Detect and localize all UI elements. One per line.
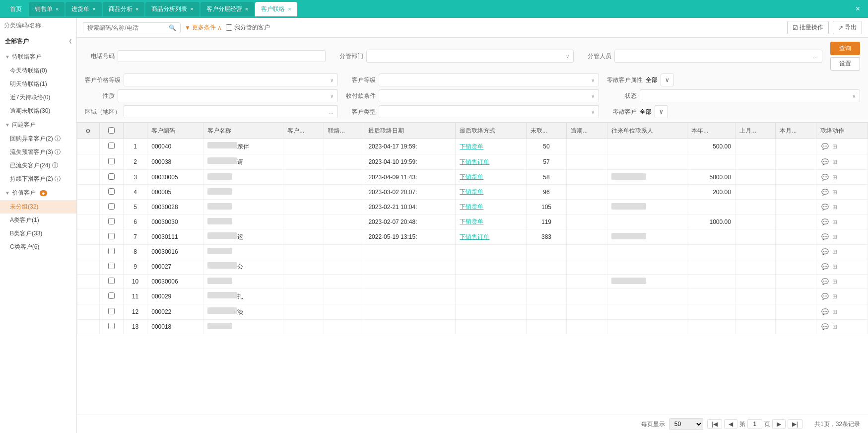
close-purchase-icon[interactable]: × <box>92 6 95 12</box>
last-method-link[interactable]: 下销货单 <box>460 143 483 150</box>
chat-icon[interactable]: 💬 <box>821 323 829 330</box>
chat-icon[interactable]: 💬 <box>821 278 829 285</box>
close-customer-segment-icon[interactable]: × <box>245 6 248 12</box>
th-contact[interactable]: 联络... <box>324 123 364 139</box>
row-checkbox[interactable] <box>108 173 115 180</box>
adv-customer-type-select[interactable]: ∨ <box>379 105 599 118</box>
grid-icon[interactable]: ⊞ <box>832 158 837 165</box>
nav-customer-segment[interactable]: 客户分层经营 × <box>200 2 254 16</box>
sidebar-item-abnormal[interactable]: 回购异常客户(2) ⓘ <box>0 132 76 145</box>
grid-icon[interactable]: ⊞ <box>832 233 837 240</box>
adv-phone-input[interactable] <box>118 50 326 62</box>
chat-icon[interactable]: 💬 <box>821 293 829 300</box>
row-checkbox[interactable] <box>108 158 115 164</box>
row-checkbox[interactable] <box>108 248 115 254</box>
next-page-button[interactable]: ▶ <box>772 419 786 429</box>
last-method-link[interactable]: 下销售订单 <box>460 158 489 165</box>
adv-retail-customer-select[interactable]: ∨ <box>655 105 668 118</box>
close-customer-contact-icon[interactable]: × <box>288 6 291 12</box>
page-input[interactable] <box>747 419 762 429</box>
adv-dept-select[interactable]: ∨ <box>366 50 574 63</box>
adv-gender-select[interactable]: ∨ <box>118 89 338 102</box>
th-name[interactable]: 客户名称 <box>203 123 283 139</box>
th-type[interactable]: 客户... <box>283 123 324 139</box>
nav-product[interactable]: 商品分析 × <box>103 2 144 16</box>
sidebar-item-tomorrow[interactable]: 明天待联络(1) <box>0 77 76 91</box>
grid-icon[interactable]: ⊞ <box>832 248 837 255</box>
sidebar-item-warning[interactable]: 流失预警客户(3) ⓘ <box>0 145 76 159</box>
th-overdue[interactable]: 逾期... <box>567 123 607 139</box>
adv-price-grade-select[interactable]: ∨ <box>124 73 338 86</box>
sidebar-item-ungraded[interactable]: 未分组(32) <box>0 200 76 214</box>
nav-sales[interactable]: 销售单 × <box>29 2 65 16</box>
adv-retail-attr-select[interactable]: ∨ <box>661 73 674 86</box>
grid-icon[interactable]: ⊞ <box>832 263 837 270</box>
sidebar-item-today[interactable]: 今天待联络(0) <box>0 64 76 77</box>
filter-search-input[interactable] <box>87 24 167 31</box>
nav-customer-contact[interactable]: 客户联络 × <box>255 2 297 16</box>
row-checkbox[interactable] <box>108 233 115 239</box>
nav-home[interactable]: 首页 <box>4 2 28 16</box>
nav-purchase[interactable]: 进货单 × <box>66 2 101 16</box>
filter-search-icon[interactable]: 🔍 <box>169 24 176 31</box>
chat-icon[interactable]: 💬 <box>821 174 829 181</box>
query-button[interactable]: 查询 <box>830 42 860 55</box>
sidebar-search-input[interactable] <box>4 22 77 29</box>
my-customers-checkbox[interactable] <box>226 24 232 31</box>
grid-icon[interactable]: ⊞ <box>832 189 837 196</box>
row-checkbox[interactable] <box>108 188 115 195</box>
last-method-link[interactable]: 下销货单 <box>460 218 483 225</box>
adv-pay-term-select[interactable]: ∨ <box>379 89 599 102</box>
last-method-link[interactable]: 下销货单 <box>460 203 483 210</box>
th-last-date[interactable]: 最后联络日期 <box>364 123 456 139</box>
adv-personnel-select[interactable]: … <box>614 50 822 63</box>
filter-more-button[interactable]: ▼ 更多条件 ∧ <box>185 23 222 32</box>
chat-icon[interactable]: 💬 <box>821 143 829 150</box>
row-checkbox[interactable] <box>108 323 115 329</box>
th-this-year[interactable]: 本年... <box>687 123 735 139</box>
chat-icon[interactable]: 💬 <box>821 263 829 270</box>
th-last-month[interactable]: 上月... <box>735 123 776 139</box>
th-associate[interactable]: 往来单位联系人 <box>607 123 687 139</box>
batch-ops-button[interactable]: ☑ 批量操作 <box>787 21 829 34</box>
chat-icon[interactable]: 💬 <box>821 204 829 211</box>
th-settings[interactable]: ⚙ <box>77 123 100 139</box>
row-checkbox[interactable] <box>108 143 115 149</box>
export-button[interactable]: ↗ 导出 <box>833 21 862 34</box>
sidebar-item-declining[interactable]: 持续下滑客户(2) ⓘ <box>0 172 76 186</box>
last-method-link[interactable]: 下销货单 <box>460 188 483 195</box>
chat-icon[interactable]: 💬 <box>821 233 829 240</box>
prev-page-button[interactable]: ◀ <box>724 419 737 429</box>
window-close-button[interactable]: × <box>852 2 864 15</box>
nav-product-list[interactable]: 商品分析列表 × <box>145 2 199 16</box>
chat-icon[interactable]: 💬 <box>821 308 829 315</box>
grid-icon[interactable]: ⊞ <box>832 218 837 225</box>
last-page-button[interactable]: ▶| <box>788 419 802 429</box>
grid-icon[interactable]: ⊞ <box>832 323 837 330</box>
select-all-checkbox[interactable] <box>108 127 115 134</box>
row-checkbox[interactable] <box>108 278 115 284</box>
grid-icon[interactable]: ⊞ <box>832 143 837 150</box>
row-checkbox[interactable] <box>108 292 115 299</box>
last-method-link[interactable]: 下销货单 <box>460 173 483 180</box>
row-checkbox[interactable] <box>108 308 115 314</box>
sidebar-item-a-grade[interactable]: A类客户(1) <box>0 214 76 227</box>
sidebar-item-7days[interactable]: 近7天待联络(0) <box>0 91 76 104</box>
reset-button[interactable]: 设置 <box>830 57 860 71</box>
th-this-month[interactable]: 本月... <box>776 123 816 139</box>
sidebar-item-overdue[interactable]: 逾期未联络(30) <box>0 104 76 118</box>
chat-icon[interactable]: 💬 <box>821 189 829 196</box>
grid-icon[interactable]: ⊞ <box>832 293 837 300</box>
per-page-select[interactable]: 50 100 200 <box>669 418 703 430</box>
close-product-list-icon[interactable]: × <box>190 6 193 12</box>
adv-customer-grade-select[interactable]: ∨ <box>379 73 599 86</box>
sidebar-item-c-grade[interactable]: C类客户(6) <box>0 240 76 254</box>
grid-icon[interactable]: ⊞ <box>832 174 837 181</box>
grid-icon[interactable]: ⊞ <box>832 278 837 285</box>
grid-icon[interactable]: ⊞ <box>832 308 837 315</box>
all-customers-header[interactable]: 全部客户 《 <box>0 33 76 50</box>
sidebar-item-lost[interactable]: 已流失客户(24) ⓘ <box>0 159 76 172</box>
adv-status-select[interactable]: ∨ <box>640 89 860 102</box>
row-checkbox[interactable] <box>108 218 115 224</box>
sidebar-item-b-grade[interactable]: B类客户(33) <box>0 227 76 240</box>
